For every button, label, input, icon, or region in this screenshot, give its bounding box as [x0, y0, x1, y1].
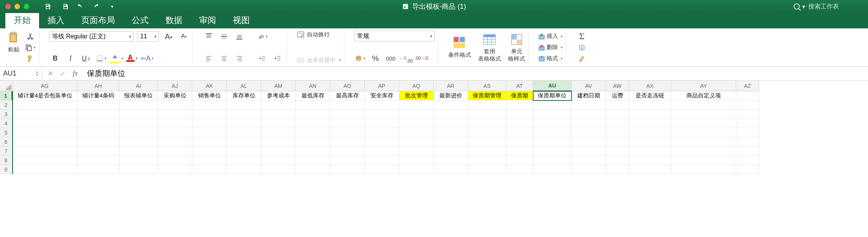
undo-button[interactable]: ▾	[76, 3, 87, 10]
cell-AO5[interactable]	[330, 128, 365, 137]
name-box-stepper[interactable]: ▲▼	[36, 71, 39, 77]
cell-AH9[interactable]	[77, 165, 120, 174]
cell-AS7[interactable]	[468, 146, 506, 156]
cell-AJ9[interactable]	[158, 165, 192, 174]
cell-AK4[interactable]	[192, 119, 227, 128]
cell-AR6[interactable]	[434, 137, 468, 146]
cell-AH2[interactable]	[77, 100, 120, 110]
column-header-AM[interactable]: AM	[261, 81, 296, 91]
cell-AJ1[interactable]: 采购单位	[158, 91, 192, 100]
phonetic-button[interactable]: abcA	[141, 53, 153, 64]
cell-AJ6[interactable]	[158, 137, 192, 146]
column-header-AQ[interactable]: AQ	[399, 81, 434, 91]
cell-AP7[interactable]	[365, 146, 399, 156]
cell-AQ9[interactable]	[399, 165, 434, 174]
cell-AW4[interactable]	[606, 119, 629, 128]
cell-AL1[interactable]: 库存单位	[227, 91, 261, 100]
align-middle-button[interactable]	[218, 31, 230, 42]
cell-AL7[interactable]	[227, 146, 261, 156]
cell-AI7[interactable]	[120, 146, 158, 156]
cell-AO3[interactable]	[330, 110, 365, 119]
cell-AQ7[interactable]	[399, 146, 434, 156]
cell-AW2[interactable]	[606, 100, 629, 110]
cell-AV2[interactable]	[572, 100, 606, 110]
cell-AY4[interactable]	[671, 119, 736, 128]
cell-AS8[interactable]	[468, 156, 506, 165]
cell-AY8[interactable]	[671, 156, 736, 165]
cell-AZ5[interactable]	[736, 128, 759, 137]
cell-AG5[interactable]	[12, 128, 77, 137]
column-header-AL[interactable]: AL	[227, 81, 261, 91]
cell-AY7[interactable]	[671, 146, 736, 156]
cell-AU4[interactable]	[533, 119, 572, 128]
percent-button[interactable]: %	[370, 53, 381, 64]
cell-AH5[interactable]	[77, 128, 120, 137]
cell-AL4[interactable]	[227, 119, 261, 128]
cell-AZ7[interactable]	[736, 146, 759, 156]
font-color-button[interactable]: A	[126, 53, 138, 64]
cell-AT2[interactable]	[506, 100, 533, 110]
cell-AX4[interactable]	[629, 119, 671, 128]
cell-AL9[interactable]	[227, 165, 261, 174]
cell-AJ7[interactable]	[158, 146, 192, 156]
cell-AN8[interactable]	[296, 156, 330, 165]
format-painter-button[interactable]	[25, 53, 36, 64]
cell-AV5[interactable]	[572, 128, 606, 137]
cell-AM6[interactable]	[261, 137, 296, 146]
cell-AW6[interactable]	[606, 137, 629, 146]
cell-AT8[interactable]	[506, 156, 533, 165]
name-box[interactable]: AU1 ▲▼	[0, 67, 42, 80]
cell-AT1[interactable]: 保质期	[506, 91, 533, 100]
tab-开始[interactable]: 开始	[5, 12, 39, 28]
align-center-button[interactable]	[218, 53, 230, 64]
delete-cells-button[interactable]: 删除▾	[539, 43, 563, 52]
cell-AN1[interactable]: 最低库存	[296, 91, 330, 100]
cell-AI1[interactable]: 报表辅单位	[120, 91, 158, 100]
cell-AL6[interactable]	[227, 137, 261, 146]
conditional-format-button[interactable]: 条件格式	[448, 36, 471, 59]
cell-AX8[interactable]	[629, 156, 671, 165]
accept-formula-button[interactable]: ✓	[60, 69, 66, 78]
column-header-AU[interactable]: AU	[533, 81, 572, 91]
cell-AY2[interactable]	[671, 100, 736, 110]
cell-AU9[interactable]	[533, 165, 572, 174]
clear-button[interactable]	[576, 53, 588, 64]
column-header-AY[interactable]: AY	[671, 81, 736, 91]
cell-AR9[interactable]	[434, 165, 468, 174]
cell-AN6[interactable]	[296, 137, 330, 146]
cell-AK7[interactable]	[192, 146, 227, 156]
cell-AO4[interactable]	[330, 119, 365, 128]
cell-AV3[interactable]	[572, 110, 606, 119]
comma-button[interactable]: 000	[385, 53, 396, 64]
cell-AR7[interactable]	[434, 146, 468, 156]
cell-AK1[interactable]: 销售单位	[192, 91, 227, 100]
cell-AS5[interactable]	[468, 128, 506, 137]
currency-button[interactable]	[354, 53, 366, 64]
cell-AX6[interactable]	[629, 137, 671, 146]
cell-AZ1[interactable]	[736, 91, 759, 100]
column-header-AS[interactable]: AS	[468, 81, 506, 91]
cell-AL8[interactable]	[227, 156, 261, 165]
cell-AI6[interactable]	[120, 137, 158, 146]
column-header-AW[interactable]: AW	[606, 81, 629, 91]
cell-AX2[interactable]	[629, 100, 671, 110]
cell-AT4[interactable]	[506, 119, 533, 128]
cell-AK9[interactable]	[192, 165, 227, 174]
cell-AI8[interactable]	[120, 156, 158, 165]
cell-AX9[interactable]	[629, 165, 671, 174]
cell-AJ3[interactable]	[158, 110, 192, 119]
redo-button[interactable]: ▾	[93, 3, 104, 10]
align-left-button[interactable]	[203, 53, 215, 64]
column-header-AJ[interactable]: AJ	[158, 81, 192, 91]
row-header-4[interactable]: 4	[0, 119, 12, 128]
cell-AP2[interactable]	[365, 100, 399, 110]
cell-AW7[interactable]	[606, 146, 629, 156]
cell-AN9[interactable]	[296, 165, 330, 174]
cell-AY9[interactable]	[671, 165, 736, 174]
number-format-select[interactable]: 常规	[354, 31, 435, 41]
cell-AM7[interactable]	[261, 146, 296, 156]
cell-AW8[interactable]	[606, 156, 629, 165]
cell-AQ1[interactable]: 批次管理	[399, 91, 434, 100]
cell-AR8[interactable]	[434, 156, 468, 165]
cell-AO6[interactable]	[330, 137, 365, 146]
